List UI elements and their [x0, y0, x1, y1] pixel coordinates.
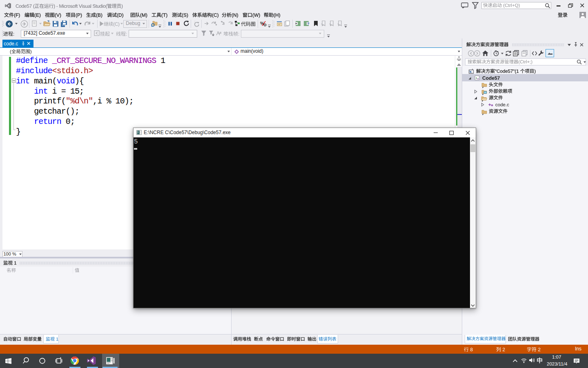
svg-text:?: ? — [307, 22, 310, 26]
